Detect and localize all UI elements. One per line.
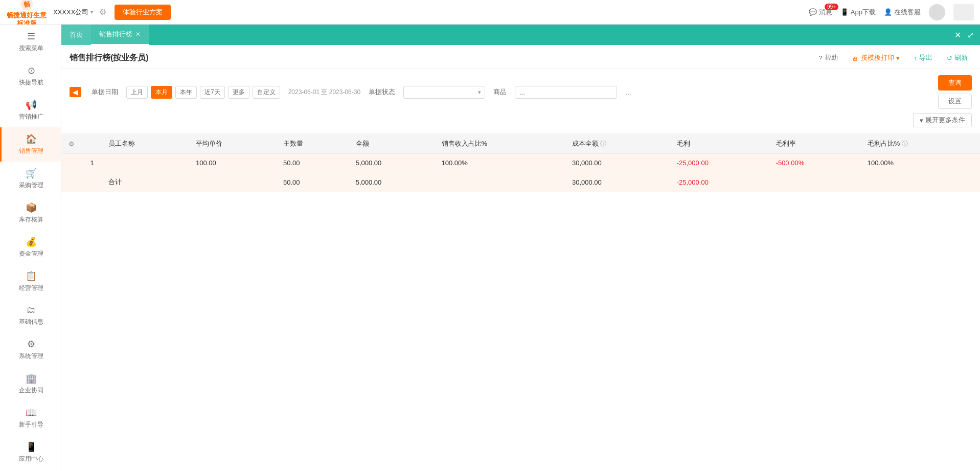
cost-info-icon[interactable]: ⓘ xyxy=(600,140,606,148)
status-select[interactable] xyxy=(403,86,485,99)
message-icon: 💬 xyxy=(809,8,817,16)
page-actions: ? 帮助 🖨 按模板打印 ▾ ↑ 导出 ↺ 刷新 xyxy=(814,51,972,64)
help-btn[interactable]: ? 帮助 xyxy=(814,51,841,64)
sidebar-item-sales[interactable]: 🏠 销售管理 xyxy=(0,127,61,162)
th-profit-rate: 毛利率 xyxy=(770,134,861,154)
data-table: ⚙ 员工名称 平均单价 主数量 xyxy=(61,134,980,192)
tf-profit-pct xyxy=(861,172,980,192)
basic-icon: 🗂 xyxy=(27,305,36,316)
tab-bar: 首页 销售排行榜 ✕ ✕ ⤢ xyxy=(61,25,980,45)
enterprise-icon: 🏢 xyxy=(26,373,37,384)
app-download-icon: 📱 xyxy=(840,8,849,16)
date-btn-this-year[interactable]: 本年 xyxy=(175,86,197,99)
td-amount: 5,000.00 xyxy=(350,154,436,172)
refresh-icon: ↺ xyxy=(947,54,952,62)
sidebar-item-appstore[interactable]: 📱 应用中心 xyxy=(0,435,61,469)
sidebar-item-system[interactable]: ⚙ 系统管理 xyxy=(0,332,61,367)
user-name-placeholder[interactable] xyxy=(953,4,974,20)
sidebar-item-purchase[interactable]: 🛒 采购管理 xyxy=(0,162,61,196)
template-print-btn[interactable]: 🖨 按模板打印 ▾ xyxy=(848,51,904,64)
column-settings-icon[interactable]: ⚙ xyxy=(69,140,75,148)
company-name: XXXXX公司 xyxy=(53,8,88,17)
export-btn[interactable]: ↑ 导出 xyxy=(910,51,937,64)
sidebar-item-guide[interactable]: 📖 新手引导 xyxy=(0,401,61,435)
sidebar-item-quicknav[interactable]: ⊙ 快捷导航 xyxy=(0,59,61,93)
query-btn[interactable]: 查询 xyxy=(938,75,972,91)
filter-row-1: ◀ 单据日期 上月 本月 本年 近7天 更多 自定义 2023-06-01 至 … xyxy=(70,75,972,109)
tf-amount: 5,000.00 xyxy=(350,172,436,192)
logo-icon: 畅 xyxy=(17,0,36,11)
tab-sales-rank[interactable]: 销售排行榜 ✕ xyxy=(91,25,149,45)
td-profit-rate: -500.00% xyxy=(770,154,861,172)
sidebar-item-marketing[interactable]: 📢 营销推广 xyxy=(0,93,61,127)
filter-collapse-icon[interactable]: ◀ xyxy=(70,87,81,97)
date-btn-more[interactable]: 更多 xyxy=(228,86,249,99)
appstore-icon: 📱 xyxy=(26,441,37,453)
table-footer-row: 合计 50.00 5,000.00 30,000.00 -25,000.00 xyxy=(61,172,980,192)
td-avg-price: 100.00 xyxy=(190,154,277,172)
date-btn-this-month[interactable]: 本月 xyxy=(151,86,172,99)
sidebar-item-search[interactable]: ☰ 搜索菜单 xyxy=(0,25,61,59)
th-cost-amount: 成本全额 ⓘ xyxy=(566,134,671,154)
user-avatar[interactable] xyxy=(929,4,945,20)
operations-icon: 📋 xyxy=(26,271,37,282)
tf-profit: -25,000.00 xyxy=(671,172,770,192)
date-label: 单据日期 xyxy=(92,87,118,97)
top-bar-right: 💬 消息 99+ 📱 App下载 👤 在线客服 xyxy=(809,4,974,20)
table-header-row: ⚙ 员工名称 平均单价 主数量 xyxy=(61,134,980,154)
th-profit: 毛利 xyxy=(671,134,770,154)
th-avg-price: 平均单价 xyxy=(190,134,277,154)
export-icon: ↑ xyxy=(914,54,918,62)
goods-input[interactable] xyxy=(515,86,617,99)
tab-bar-actions: ✕ ⤢ xyxy=(954,30,980,40)
company-selector[interactable]: XXXXX公司 ▾ xyxy=(53,8,93,17)
expand-more-icon: ▾ xyxy=(920,117,923,124)
quicknav-icon: ⊙ xyxy=(28,65,35,76)
settings-btn[interactable]: 设置 xyxy=(938,94,972,109)
app-logo: 畅 畅捷通好生意 标准版 xyxy=(6,0,47,27)
sidebar-item-finance[interactable]: 💰 资金管理 xyxy=(0,230,61,264)
messages-btn[interactable]: 💬 消息 99+ xyxy=(809,8,832,17)
trial-btn[interactable]: 体验行业方案 xyxy=(115,5,171,20)
status-select-wrap xyxy=(403,86,485,99)
td-rank: 1 xyxy=(82,154,102,172)
system-icon: ⚙ xyxy=(27,339,35,350)
sidebar-item-enterprise[interactable]: 🏢 企业协同 xyxy=(0,367,61,401)
svg-text:畅: 畅 xyxy=(24,1,30,8)
online-service-btn[interactable]: 👤 在线客服 xyxy=(884,8,921,17)
tab-close-all-icon[interactable]: ✕ xyxy=(954,30,961,40)
sidebar-item-operations[interactable]: 📋 经营管理 xyxy=(0,264,61,299)
sales-icon: 🏠 xyxy=(26,133,37,145)
date-range-display: 2023-06-01 至 2023-06-30 xyxy=(288,88,360,97)
tab-expand-icon[interactable]: ⤢ xyxy=(967,30,974,40)
filter-collapse-toggle[interactable]: ◀ xyxy=(70,87,81,97)
page-title: 销售排行榜(按业务员) xyxy=(70,53,149,63)
td-profit: -25,000.00 xyxy=(671,154,770,172)
tab-home[interactable]: 首页 xyxy=(61,25,91,45)
date-btn-custom[interactable]: 自定义 xyxy=(253,86,280,99)
filter-area: ◀ 单据日期 上月 本月 本年 近7天 更多 自定义 2023-06-01 至 … xyxy=(61,69,980,134)
expand-more-btn[interactable]: ▾ 展开更多条件 xyxy=(913,113,972,127)
tf-avg-price xyxy=(190,172,277,192)
tab-sales-rank-close-icon[interactable]: ✕ xyxy=(135,31,141,38)
company-settings-icon[interactable]: ⚙ xyxy=(99,7,106,17)
sidebar-item-basic[interactable]: 🗂 基础信息 xyxy=(0,299,61,332)
goods-more-icon[interactable]: … xyxy=(625,88,632,96)
th-employee-name: 员工名称 xyxy=(102,134,190,154)
tf-sales-pct xyxy=(436,172,566,192)
guide-icon: 📖 xyxy=(26,407,37,418)
app-download-btn[interactable]: 📱 App下载 xyxy=(840,8,876,17)
sidebar-item-inventory[interactable]: 📦 库存核算 xyxy=(0,196,61,230)
date-btn-7days[interactable]: 近7天 xyxy=(200,86,225,99)
table-wrap: ⚙ 员工名称 平均单价 主数量 xyxy=(61,134,980,471)
profit-pct-info-icon[interactable]: ⓘ xyxy=(902,140,908,147)
td-main-qty: 50.00 xyxy=(277,154,350,172)
date-btn-last-month[interactable]: 上月 xyxy=(126,86,148,99)
refresh-btn[interactable]: ↺ 刷新 xyxy=(943,51,972,64)
td-cost-amount: 30,000.00 xyxy=(566,154,671,172)
filter-expand-row: ▾ 展开更多条件 xyxy=(70,113,972,127)
app-download-label: App下载 xyxy=(851,8,876,17)
inventory-icon: 📦 xyxy=(26,202,37,213)
table-row: 1 100.00 50.00 xyxy=(61,154,980,172)
page-header: 销售排行榜(按业务员) ? 帮助 🖨 按模板打印 ▾ ↑ 导出 xyxy=(61,45,980,69)
